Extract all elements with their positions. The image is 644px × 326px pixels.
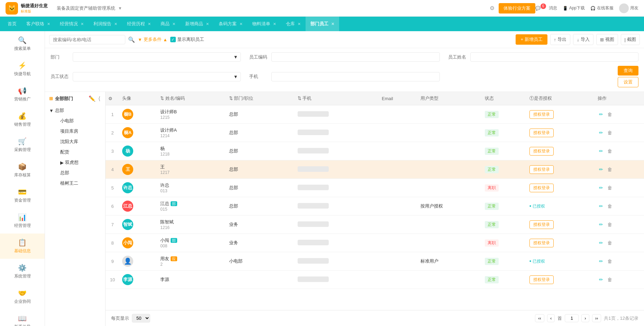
auth-login-button[interactable]: 授权登录: [529, 147, 554, 156]
close-icon[interactable]: ✕: [114, 22, 117, 26]
tab-warehouse[interactable]: 仓库 ✕: [281, 17, 306, 31]
nav-finance[interactable]: 💳 资金管理: [0, 183, 45, 208]
close-icon[interactable]: ✕: [298, 22, 301, 26]
auth-login-button[interactable]: 授权登录: [529, 129, 554, 137]
dept-collapse-button[interactable]: ⟨: [98, 95, 101, 103]
edit-button[interactable]: ✏: [598, 166, 605, 173]
nav-purchase[interactable]: 🛒 采购管理: [0, 132, 45, 158]
row-auth[interactable]: 授权登录: [527, 271, 595, 289]
dept-node-shuanghu[interactable]: ▶ 双虎想: [51, 157, 105, 168]
next-page-button[interactable]: ›: [581, 314, 589, 322]
emp-code-input[interactable]: [271, 52, 439, 62]
dropdown-arrow-icon[interactable]: ▼: [118, 6, 122, 11]
close-icon[interactable]: ✕: [239, 22, 243, 26]
delete-button[interactable]: 🗑: [606, 221, 614, 228]
row-auth[interactable]: 已授权: [527, 197, 595, 215]
page-number-input[interactable]: [565, 314, 579, 322]
view-button[interactable]: ⊞ 视图: [596, 34, 618, 45]
row-auth[interactable]: 授权登录: [527, 124, 595, 142]
status-select[interactable]: ▼: [73, 72, 241, 81]
close-icon[interactable]: ✕: [206, 22, 209, 26]
th-settings[interactable]: ⚙: [106, 92, 119, 105]
show-resign-checkbox[interactable]: ✓ 显示离职员工: [170, 36, 204, 43]
tab-bom[interactable]: 物料清单 ✕: [247, 17, 281, 31]
tab-operation[interactable]: 经营情况 ✕: [55, 17, 89, 31]
row-auth[interactable]: 授权登录: [527, 179, 595, 197]
edit-button[interactable]: ✏: [598, 129, 605, 136]
first-page-button[interactable]: ‹‹: [535, 314, 544, 322]
more-filter-button[interactable]: ▼ 更多条件 ▲: [138, 36, 167, 43]
export-button[interactable]: ↑ 导出: [550, 34, 571, 45]
delete-button[interactable]: 🗑: [606, 111, 614, 118]
auth-login-button[interactable]: 授权登录: [529, 110, 554, 119]
tab-add-goods[interactable]: 新增商品 ✕: [180, 17, 214, 31]
auth-login-button[interactable]: 授权登录: [529, 275, 554, 284]
tab-home[interactable]: 首页: [3, 17, 21, 31]
delete-button[interactable]: 🗑: [606, 129, 614, 136]
delete-button[interactable]: 🗑: [606, 148, 614, 155]
edit-button[interactable]: ✏: [598, 221, 605, 228]
tab-dept-staff[interactable]: 部门员工 ✕: [306, 17, 339, 31]
dept-node-project[interactable]: 项目库房: [51, 126, 105, 136]
nav-inventory[interactable]: 📦 库存核算: [0, 158, 45, 183]
edit-button[interactable]: ✏: [598, 239, 605, 246]
row-auth[interactable]: 授权登录: [527, 215, 595, 234]
row-auth[interactable]: 授权登录: [527, 234, 595, 252]
dept-edit-button[interactable]: ✏️: [88, 95, 96, 103]
dept-node-shenyang[interactable]: 沈阳大库: [51, 136, 105, 147]
user-area[interactable]: 用友: [619, 3, 638, 13]
nav-guide[interactable]: 📖 新手引导: [0, 309, 45, 326]
delete-button[interactable]: 🗑: [606, 276, 614, 283]
th-phone[interactable]: ⇅ 手机: [295, 92, 379, 105]
close-icon[interactable]: ✕: [47, 22, 50, 26]
tab-goods[interactable]: 商品 ✕: [156, 17, 180, 31]
dept-node-distribution[interactable]: 配货: [51, 147, 105, 157]
nav-shortcut[interactable]: ⚡ 快捷导航: [0, 56, 45, 82]
delete-button[interactable]: 🗑: [606, 184, 614, 191]
query-button[interactable]: 查询: [618, 66, 638, 76]
close-icon[interactable]: ✕: [81, 22, 84, 26]
emp-name-input[interactable]: [470, 52, 638, 62]
edit-button[interactable]: ✏: [598, 111, 605, 118]
tab-profit[interactable]: 利润报告 ✕: [89, 17, 122, 31]
nav-collab[interactable]: 🤝 企业协同: [0, 284, 45, 309]
row-auth[interactable]: 授权登录: [527, 160, 595, 179]
dept-node-head[interactable]: ▼ 总部: [45, 105, 105, 116]
tab-customer[interactable]: 客户联络 ✕: [21, 17, 55, 31]
print-button[interactable]: | 截图: [621, 34, 640, 45]
nav-marketing[interactable]: 📢 营销推广: [0, 82, 45, 107]
close-icon[interactable]: ✕: [148, 22, 151, 26]
search-button[interactable]: 🔍: [128, 36, 135, 43]
auth-login-button[interactable]: 授权登录: [529, 184, 554, 192]
phone-input[interactable]: [271, 72, 439, 81]
tab-history[interactable]: 经营历程 ✕: [122, 17, 156, 31]
edit-button[interactable]: ✏: [598, 148, 605, 155]
edit-button[interactable]: ✏: [598, 184, 605, 191]
auth-login-button[interactable]: 授权登录: [529, 220, 554, 229]
row-auth[interactable]: 已授权: [527, 252, 595, 271]
close-icon[interactable]: ✕: [172, 22, 175, 26]
edit-button[interactable]: ✏: [598, 276, 605, 283]
dept-node-planting[interactable]: 植树王二: [51, 178, 105, 188]
nav-system[interactable]: ⚙️ 系统管理: [0, 259, 45, 284]
th-name-code[interactable]: ⇅ 姓名/编码: [157, 92, 226, 105]
auth-login-button[interactable]: 授权登录: [529, 165, 554, 174]
settings-button[interactable]: ⚙: [488, 3, 496, 13]
th-dept-pos[interactable]: ⇅ 部门/职位: [226, 92, 295, 105]
add-employee-button[interactable]: + 新增员工: [516, 34, 547, 45]
online-service-button[interactable]: 🎧 在线客服: [590, 5, 614, 11]
close-icon[interactable]: ✕: [331, 22, 334, 26]
dept-all-button[interactable]: ⊞ 全部部门: [49, 96, 73, 102]
auth-login-button[interactable]: 授权登录: [529, 239, 554, 247]
prev-page-button[interactable]: ‹: [547, 314, 555, 322]
app-download-button[interactable]: 📱 App下载: [563, 5, 585, 11]
row-auth[interactable]: 授权登录: [527, 142, 595, 160]
edit-button[interactable]: ✏: [598, 258, 605, 265]
dept-select[interactable]: ▼: [73, 52, 241, 62]
delete-button[interactable]: 🗑: [606, 258, 614, 265]
nav-search[interactable]: 🔍 搜索菜单: [0, 31, 45, 56]
dept-node-head2[interactable]: 总部: [51, 168, 105, 178]
search-input[interactable]: [49, 35, 125, 44]
delete-button[interactable]: 🗑: [606, 166, 614, 173]
nav-management[interactable]: 📊 经营管理: [0, 208, 45, 234]
